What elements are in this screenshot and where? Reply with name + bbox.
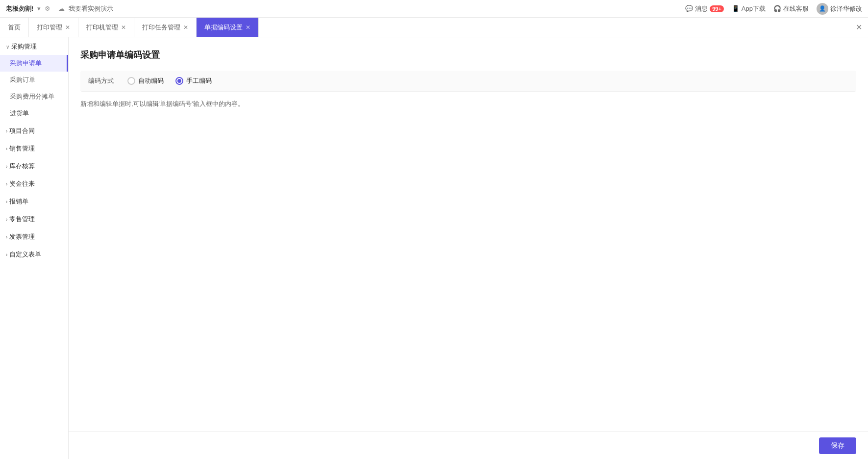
- sidebar-group-inventory-label: 库存核算: [9, 162, 35, 171]
- chevron-right-icon-2: ›: [6, 146, 7, 152]
- chevron-right-icon-8: ›: [6, 252, 7, 257]
- chevron-right-icon-4: ›: [6, 181, 7, 187]
- app-download-label: App下载: [742, 4, 766, 13]
- sidebar-item-purchase-order[interactable]: 采购订单: [0, 72, 68, 88]
- message-button[interactable]: 💬 消息 99+: [685, 4, 724, 13]
- online-service-icon: 🎧: [773, 5, 781, 12]
- tab-printer-mgmt-label: 打印机管理: [86, 23, 118, 32]
- sidebar-group-custom-label: 自定义表单: [9, 250, 41, 259]
- app-download-button[interactable]: 📱 App下载: [732, 4, 766, 13]
- app-download-icon: 📱: [732, 5, 740, 12]
- sidebar-group-fund-label: 资金往来: [9, 179, 35, 188]
- user-name: 徐泽华修改: [830, 4, 862, 13]
- tab-print-mgmt[interactable]: 打印管理 ✕: [29, 18, 78, 37]
- message-icon: 💬: [685, 5, 693, 12]
- chevron-down-icon: ∨: [6, 44, 9, 50]
- online-service-label: 在线客服: [783, 4, 809, 13]
- tab-barcode-settings-close[interactable]: ✕: [246, 24, 250, 31]
- dropdown-icon[interactable]: ▾: [37, 5, 41, 12]
- sidebar-group-custom-header[interactable]: › 自定义表单: [0, 245, 68, 263]
- sidebar-group-invoice-label: 发票管理: [9, 232, 35, 241]
- sidebar-group-purchase: ∨ 采购管理 采购申请单 采购订单 采购费用分摊单 进货单: [0, 37, 68, 122]
- save-button[interactable]: 保存: [819, 437, 856, 454]
- manual-code-label: 手工编码: [186, 76, 212, 85]
- encoding-label: 编码方式: [88, 76, 118, 85]
- app-logo: 老板勿割!: [6, 4, 33, 13]
- top-bar-right: 💬 消息 99+ 📱 App下载 🎧 在线客服 👤 徐泽华修改: [685, 3, 862, 15]
- avatar: 👤: [817, 3, 828, 15]
- page-title: 采购申请单编码设置: [80, 49, 856, 61]
- content-area: 采购申请单编码设置 编码方式 自动编码 手工编码 新增和编辑单据时,可以编辑'单…: [69, 37, 868, 459]
- sidebar-group-project-header[interactable]: › 项目合同: [0, 122, 68, 139]
- tab-bar-close[interactable]: ✕: [850, 18, 868, 37]
- sidebar-group-sales-header[interactable]: › 销售管理: [0, 139, 68, 157]
- tab-print-task[interactable]: 打印任务管理 ✕: [134, 18, 197, 37]
- settings-icon[interactable]: ⚙: [45, 5, 50, 12]
- chevron-right-icon-6: ›: [6, 217, 7, 222]
- message-badge: 99+: [710, 5, 724, 12]
- chevron-right-icon-5: ›: [6, 199, 7, 204]
- tab-print-mgmt-close[interactable]: ✕: [65, 24, 70, 31]
- sidebar-item-purchase-expense-label: 采购费用分摊单: [10, 93, 54, 100]
- sidebar-group-purchase-header[interactable]: ∨ 采购管理: [0, 37, 68, 55]
- chevron-right-icon-7: ›: [6, 234, 7, 240]
- sidebar-group-invoice-header[interactable]: › 发票管理: [0, 228, 68, 245]
- sidebar-group-inventory-header[interactable]: › 库存核算: [0, 157, 68, 175]
- sidebar-group-sales-label: 销售管理: [9, 144, 35, 153]
- tab-home-label: 首页: [8, 23, 21, 32]
- sidebar-item-stock-in[interactable]: 进货单: [0, 105, 68, 122]
- sidebar-group-retail-label: 零售管理: [9, 215, 35, 224]
- sidebar-item-purchase-expense[interactable]: 采购费用分摊单: [0, 88, 68, 105]
- manual-code-radio[interactable]: 手工编码: [175, 76, 212, 85]
- tab-print-mgmt-label: 打印管理: [37, 23, 62, 32]
- online-service-button[interactable]: 🎧 在线客服: [773, 4, 809, 13]
- sidebar: ∨ 采购管理 采购申请单 采购订单 采购费用分摊单 进货单 › 项目合同 › 销…: [0, 37, 69, 459]
- user-avatar-button[interactable]: 👤 徐泽华修改: [817, 3, 862, 15]
- tab-home[interactable]: 首页: [0, 18, 29, 37]
- info-text: 新增和编辑单据时,可以编辑'单据编码号'输入框中的内容。: [80, 100, 856, 108]
- encoding-form-row: 编码方式 自动编码 手工编码: [80, 71, 856, 92]
- top-bar: 老板勿割! ▾ ⚙ ☁ 我要看实例演示 💬 消息 99+ 📱 App下载 🎧 在…: [0, 0, 868, 18]
- sidebar-item-purchase-request-label: 采购申请单: [10, 59, 42, 67]
- main-layout: ∨ 采购管理 采购申请单 采购订单 采购费用分摊单 进货单 › 项目合同 › 销…: [0, 37, 868, 459]
- manual-code-radio-circle[interactable]: [175, 77, 183, 85]
- sidebar-group-fund-header[interactable]: › 资金往来: [0, 175, 68, 192]
- sidebar-group-project-label: 项目合同: [9, 127, 35, 135]
- content-inner: 采购申请单编码设置 编码方式 自动编码 手工编码 新增和编辑单据时,可以编辑'单…: [69, 37, 868, 432]
- sidebar-group-purchase-label: 采购管理: [11, 42, 37, 51]
- auto-code-radio[interactable]: 自动编码: [127, 76, 164, 85]
- demo-link[interactable]: 我要看实例演示: [69, 4, 113, 13]
- tab-printer-mgmt-close[interactable]: ✕: [121, 24, 126, 31]
- content-footer: 保存: [69, 432, 868, 459]
- auto-code-radio-circle[interactable]: [127, 77, 135, 85]
- chevron-right-icon: ›: [6, 128, 7, 134]
- sidebar-group-retail-header[interactable]: › 零售管理: [0, 210, 68, 228]
- tab-print-task-close[interactable]: ✕: [183, 24, 188, 31]
- sidebar-item-stock-in-label: 进货单: [10, 109, 29, 117]
- message-label: 消息: [695, 4, 708, 13]
- tab-barcode-settings-label: 单据编码设置: [204, 23, 243, 32]
- chevron-right-icon-3: ›: [6, 164, 7, 169]
- top-bar-left: 老板勿割! ▾ ⚙ ☁ 我要看实例演示: [6, 4, 113, 13]
- tab-barcode-settings[interactable]: 单据编码设置 ✕: [197, 18, 259, 37]
- sidebar-item-purchase-order-label: 采购订单: [10, 76, 35, 83]
- sidebar-group-returns-header[interactable]: › 报销单: [0, 192, 68, 210]
- tab-bar: 首页 打印管理 ✕ 打印机管理 ✕ 打印任务管理 ✕ 单据编码设置 ✕ ✕: [0, 18, 868, 37]
- encoding-radio-group: 自动编码 手工编码: [127, 76, 212, 85]
- sidebar-item-purchase-request[interactable]: 采购申请单: [0, 55, 68, 72]
- auto-code-label: 自动编码: [138, 76, 164, 85]
- tab-printer-mgmt[interactable]: 打印机管理 ✕: [78, 18, 134, 37]
- tab-print-task-label: 打印任务管理: [142, 23, 180, 32]
- sidebar-group-returns-label: 报销单: [9, 197, 28, 206]
